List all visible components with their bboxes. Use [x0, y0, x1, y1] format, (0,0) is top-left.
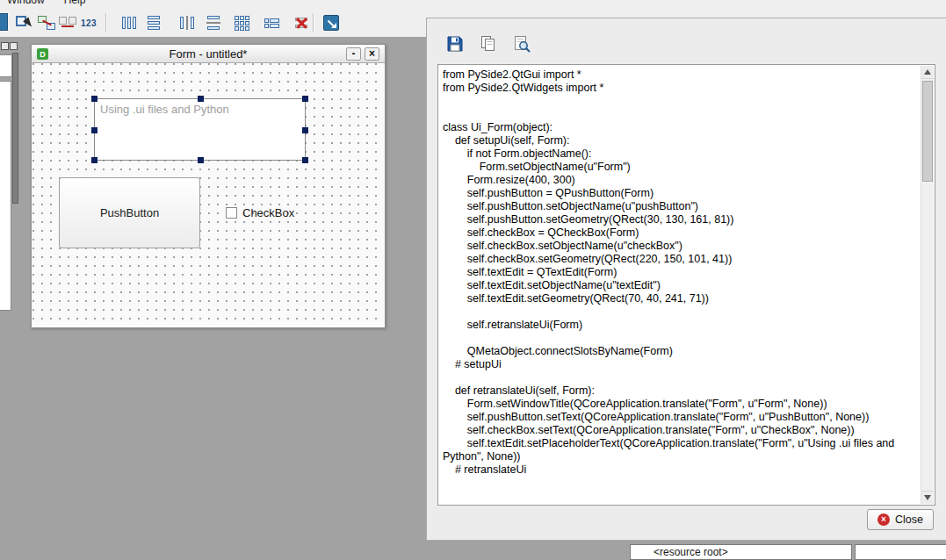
widgetbox-filter-input[interactable]: [0, 54, 12, 77]
selection-handle[interactable]: [91, 96, 97, 102]
break-layout-button[interactable]: [290, 11, 313, 34]
textedit-placeholder: Using .ui files and Python: [95, 99, 305, 119]
vertical-splitter-icon: [203, 12, 224, 33]
code-dialog-toolbar: [443, 32, 534, 55]
grid-layout-icon: [231, 12, 252, 33]
copy-icon: [480, 35, 497, 53]
adjust-size-icon: [321, 12, 342, 33]
toolbar-separator: [313, 13, 314, 32]
layout-grid-button[interactable]: [230, 11, 253, 34]
form-canvas[interactable]: Using .ui files and Python PushButton Ch…: [32, 63, 384, 327]
resource-root-label: <resource root>: [654, 546, 728, 558]
checkbox-label: CheckBox: [242, 206, 294, 219]
up-arrow-icon: [924, 69, 931, 75]
textedit-widget[interactable]: Using .ui files and Python: [94, 98, 306, 161]
form-window-titlebar[interactable]: D Form - untitled* - ×: [32, 45, 385, 63]
form-close-button[interactable]: ×: [365, 47, 379, 61]
resource-root-item[interactable]: <resource root>: [630, 544, 852, 560]
edit-signals-slots-button[interactable]: [35, 11, 58, 34]
edit-widgets-icon: [13, 12, 34, 33]
resource-side-panel: [855, 544, 946, 560]
buddies-icon: [57, 12, 78, 33]
layout-vertical-splitter-button[interactable]: [202, 11, 225, 34]
pushbutton-widget[interactable]: PushButton: [59, 177, 200, 248]
selection-handle[interactable]: [91, 127, 97, 133]
form-layout-icon: [261, 12, 282, 33]
code-view[interactable]: from PySide2.QtGui import * from PySide2…: [437, 64, 935, 506]
layout-form-button[interactable]: [260, 11, 283, 34]
close-button-label: Close: [895, 513, 923, 526]
form-window-title: Form - untitled*: [32, 47, 385, 61]
selection-handle[interactable]: [91, 157, 97, 163]
copy-code-button[interactable]: [476, 32, 501, 55]
close-circle-icon: ×: [877, 513, 890, 526]
menu-item-window[interactable]: Window: [7, 0, 45, 6]
layout-horizontal-button[interactable]: [118, 11, 141, 34]
layout-vertical-button[interactable]: [142, 11, 165, 34]
down-arrow-icon: [924, 495, 931, 500]
selection-handle[interactable]: [302, 157, 308, 163]
tab-order-icon: 123: [78, 12, 99, 33]
signals-slots-icon: [36, 12, 57, 33]
adjust-size-button[interactable]: [320, 11, 343, 34]
selection-handle[interactable]: [198, 157, 204, 163]
code-preview-dialog: from PySide2.QtGui import * from PySide2…: [426, 18, 946, 541]
edit-widgets-button[interactable]: [12, 11, 35, 34]
scrollbar-thumb[interactable]: [922, 81, 933, 182]
toolbar-separator: [105, 13, 107, 32]
layout-horizontal-splitter-button[interactable]: [176, 11, 199, 34]
left-scrollbar[interactable]: [12, 53, 18, 204]
pushbutton-label: PushButton: [100, 206, 159, 219]
dialog-close-button[interactable]: × Close: [867, 509, 934, 530]
break-layout-icon: [291, 12, 312, 33]
selection-handle[interactable]: [302, 96, 308, 102]
layout-vertical-icon: [143, 12, 164, 33]
find-in-code-button[interactable]: [509, 32, 534, 55]
dock-close-button[interactable]: [10, 42, 18, 50]
find-icon: [512, 35, 531, 53]
horizontal-splitter-icon: [177, 12, 198, 33]
widgetbox-panel-edge: [0, 81, 11, 311]
scroll-down-button[interactable]: [921, 491, 934, 504]
code-scrollbar[interactable]: [921, 66, 934, 504]
menubar: Window Help: [7, 0, 85, 6]
save-code-button[interactable]: [443, 32, 467, 55]
checkbox-indicator[interactable]: [226, 207, 237, 219]
generated-code-text: from PySide2.QtGui import * from PySide2…: [438, 65, 935, 480]
form-window-icon: D: [37, 48, 48, 60]
menu-item-help[interactable]: Help: [64, 0, 86, 6]
scroll-up-button[interactable]: [921, 66, 934, 79]
dock-float-button[interactable]: [1, 42, 9, 50]
checkbox-widget[interactable]: CheckBox: [226, 195, 314, 231]
layout-horizontal-icon: [119, 12, 140, 33]
selection-handle[interactable]: [302, 127, 308, 133]
selection-handle[interactable]: [198, 96, 204, 102]
form-designer-window: D Form - untitled* - × Using .ui files a…: [31, 44, 386, 328]
form-minimize-button[interactable]: -: [346, 47, 361, 61]
edit-tab-order-button[interactable]: 123: [77, 11, 100, 34]
save-icon: [446, 35, 464, 53]
edit-buddies-button[interactable]: [56, 11, 79, 34]
clipped-toolbar-icon[interactable]: [0, 13, 8, 31]
qt-designer-screen: { "menubar": { "items": [ { "label": "Wi…: [0, 0, 946, 560]
